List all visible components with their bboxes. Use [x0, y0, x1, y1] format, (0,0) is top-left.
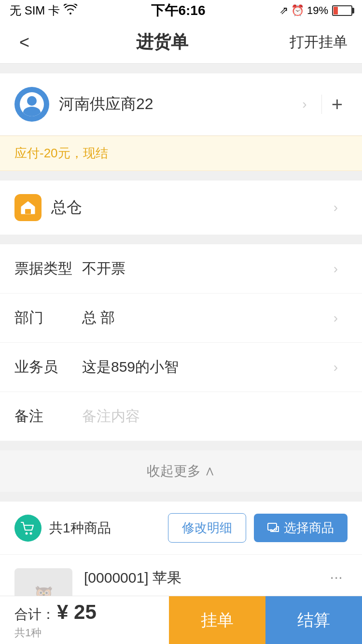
- select-product-button[interactable]: 选择商品: [254, 514, 348, 542]
- footer: 合计： ¥ 25 共1种 挂单 结算: [0, 596, 362, 644]
- sim-status: 无 SIM 卡: [10, 3, 60, 18]
- dept-label: 部门: [14, 308, 72, 328]
- remark-placeholder: 备注内容: [72, 406, 348, 426]
- warehouse-name: 总仓: [51, 197, 324, 218]
- status-bar: 无 SIM 卡 下午6:16 ⇗ ⏰ 19%: [0, 0, 362, 21]
- svg-point-2: [30, 532, 32, 534]
- remark-label: 备注: [14, 406, 72, 426]
- footer-total: 合计： ¥ 25 共1种: [0, 601, 169, 640]
- supplier-alert-banner: 应付-20元，现结: [0, 136, 362, 171]
- form-section: 票据类型 不开票 › 部门 总 部 › 业务员 这是859的小智 › 备注 备注…: [0, 244, 362, 441]
- page-title: 进货单: [136, 30, 188, 54]
- location-icon: ⇗: [279, 4, 288, 17]
- sales-label: 业务员: [14, 357, 72, 377]
- battery-icon: [332, 5, 352, 16]
- product-more-button[interactable]: ···: [325, 568, 348, 586]
- sales-value: 这是859的小智: [72, 357, 324, 377]
- svg-point-1: [26, 532, 28, 534]
- back-button[interactable]: <: [14, 28, 34, 57]
- supplier-name: 河南供应商22: [59, 94, 292, 115]
- supplier-section: 河南供应商22 › + 应付-20元，现结: [0, 73, 362, 171]
- status-left: 无 SIM 卡: [10, 3, 77, 18]
- invoice-value: 不开票: [72, 259, 324, 279]
- svg-rect-0: [25, 209, 31, 214]
- warehouse-row[interactable]: 总仓 ›: [0, 181, 362, 235]
- dept-chevron-icon: ›: [334, 310, 338, 326]
- total-label: 合计：: [14, 605, 55, 624]
- dept-row[interactable]: 部门 总 部 ›: [0, 294, 362, 343]
- supplier-chevron-icon: ›: [302, 97, 306, 112]
- hold-button[interactable]: 挂单: [169, 596, 265, 644]
- invoice-row[interactable]: 票据类型 不开票 ›: [0, 244, 362, 294]
- warehouse-icon: [14, 194, 42, 221]
- add-button[interactable]: +: [327, 94, 348, 115]
- total-sub: 共1种: [14, 626, 154, 640]
- sales-chevron-icon: ›: [334, 360, 338, 375]
- warehouse-chevron-icon: ›: [334, 200, 338, 215]
- collapse-bar[interactable]: 收起更多 ∧: [0, 450, 362, 492]
- edit-detail-button[interactable]: 修改明细: [168, 513, 246, 543]
- status-time: 下午6:16: [151, 1, 205, 20]
- dept-value: 总 部: [72, 308, 324, 328]
- product-count: 共1种商品: [49, 519, 168, 537]
- invoice-chevron-icon: ›: [334, 261, 338, 277]
- alarm-icon: ⏰: [291, 4, 304, 17]
- warehouse-section: 总仓 ›: [0, 181, 362, 235]
- open-hold-button[interactable]: 打开挂单: [290, 32, 348, 52]
- divider: [321, 95, 322, 114]
- supplier-avatar: [14, 87, 49, 122]
- select-product-label: 选择商品: [284, 519, 334, 536]
- total-amount: ¥ 25: [57, 601, 97, 624]
- product-title: 苹果: [153, 570, 181, 586]
- product-code: [0000001]: [84, 570, 148, 586]
- remark-row[interactable]: 备注 备注内容: [0, 392, 362, 441]
- cart-icon: [14, 515, 42, 542]
- settle-button[interactable]: 结算: [265, 596, 362, 644]
- invoice-label: 票据类型: [14, 259, 72, 279]
- supplier-row[interactable]: 河南供应商22 › +: [0, 73, 362, 136]
- battery-percent: 19%: [307, 4, 328, 17]
- wifi-icon: [64, 4, 77, 17]
- product-name: [0000001] 苹果: [84, 568, 325, 588]
- nav-bar: < 进货单 打开挂单: [0, 21, 362, 64]
- product-header: 共1种商品 修改明细 选择商品: [0, 502, 362, 555]
- status-right: ⇗ ⏰ 19%: [279, 4, 352, 17]
- sales-row[interactable]: 业务员 这是859的小智 ›: [0, 343, 362, 392]
